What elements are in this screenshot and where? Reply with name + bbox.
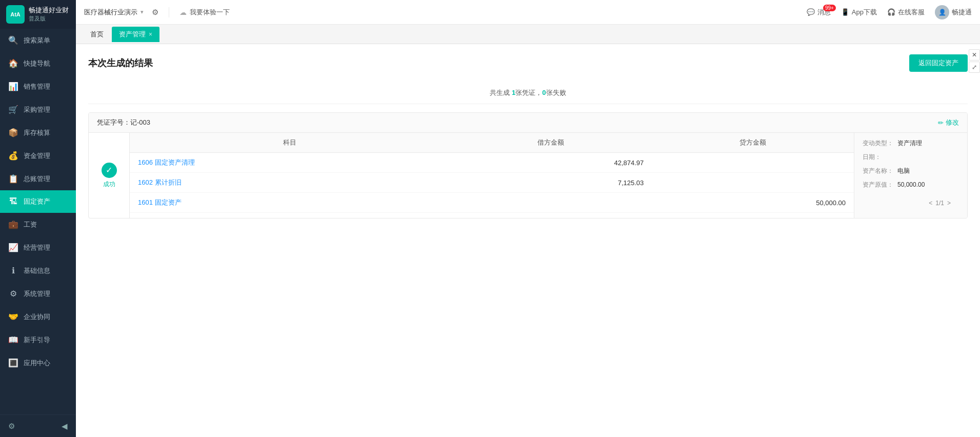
support-label: 在线客服 xyxy=(898,8,925,17)
sidebar-item-search[interactable]: 🔍 搜索菜单 xyxy=(0,29,76,52)
page-info: 1/1 xyxy=(935,200,944,207)
original-value-value: 50,000.00 xyxy=(897,181,925,188)
date-row: 日期： xyxy=(863,153,959,162)
sales-icon: 📊 xyxy=(8,82,18,91)
tab-asset-management[interactable]: 资产管理 × xyxy=(112,27,159,42)
sidebar-item-inventory[interactable]: 📦 库存核算 xyxy=(0,121,76,144)
topbar-divider xyxy=(169,7,169,17)
message-button[interactable]: 💬 消息 99+ xyxy=(807,8,831,17)
sidebar-item-ledger[interactable]: 📋 总账管理 xyxy=(0,167,76,190)
voucher-block: 凭证字号：记-003 ✏ 修改 ✓ 成功 xyxy=(88,112,968,218)
sidebar-label-enterprise: 企业协同 xyxy=(24,312,50,322)
user-name: 畅捷通 xyxy=(952,8,972,17)
tab-close-icon[interactable]: × xyxy=(149,31,152,38)
sidebar-item-payroll[interactable]: 💼 工资 xyxy=(0,213,76,236)
asset-name-value: 电脑 xyxy=(897,167,910,175)
summary-fail: 0 xyxy=(542,89,546,96)
support-button[interactable]: 🎧 在线客服 xyxy=(887,8,925,17)
table-row: 1602 累计折旧 7,125.03 xyxy=(130,173,854,193)
voucher-body: ✓ 成功 科目 借方金额 贷方金额 xyxy=(89,133,967,218)
sidebar-item-enterprise[interactable]: 🤝 企业协同 xyxy=(0,305,76,328)
subject-1601[interactable]: 1601 固定资产 xyxy=(130,193,450,213)
app-download-button[interactable]: 📱 App下载 xyxy=(841,8,877,17)
sidebar-label-payroll: 工资 xyxy=(24,220,37,229)
guide-icon: 📖 xyxy=(8,335,18,345)
pagination: < 1/1 > xyxy=(863,194,959,212)
sidebar-label-quick-nav: 快捷导航 xyxy=(24,59,50,68)
message-icon: 💬 xyxy=(807,8,815,16)
sidebar-item-fixed-assets[interactable]: 🏗 固定资产 xyxy=(0,190,76,213)
company-dropdown-arrow: ▾ xyxy=(141,9,144,15)
funds-icon: 💰 xyxy=(8,151,18,161)
sidebar-item-quick-nav[interactable]: 🏠 快捷导航 xyxy=(0,52,76,75)
next-page[interactable]: > xyxy=(947,200,951,207)
settings-icon[interactable]: ⚙ xyxy=(8,422,15,431)
sidebar-label-purchase: 采购管理 xyxy=(24,105,50,114)
col-credit: 贷方金额 xyxy=(652,133,854,153)
content-area: 首页 资产管理 × ✕ ⤢ 本次生成的结果 返回固定资产 共生成 1张凭证，0张… xyxy=(76,25,980,437)
tab-home[interactable]: 首页 xyxy=(84,27,110,42)
tab-bar: 首页 资产管理 × xyxy=(76,25,980,44)
debit-1601 xyxy=(450,193,652,213)
company-selector[interactable]: 医疗器械行业演示 ▾ xyxy=(84,8,144,17)
sidebar-label-app-center: 应用中心 xyxy=(24,359,50,368)
subject-1602[interactable]: 1602 累计折旧 xyxy=(130,173,450,193)
sidebar-item-system[interactable]: ⚙ 系统管理 xyxy=(0,282,76,305)
prev-page[interactable]: < xyxy=(929,200,932,207)
sidebar-item-operations[interactable]: 📈 经营管理 xyxy=(0,236,76,259)
expand-panel-button[interactable]: ⤢ xyxy=(969,62,980,73)
table-row: 1606 固定资产清理 42,874.97 xyxy=(130,153,854,173)
asset-name-row: 资产名称： 电脑 xyxy=(863,167,959,175)
page-header: 本次生成的结果 返回固定资产 xyxy=(88,54,968,72)
settings-icon[interactable]: ⚙ xyxy=(152,8,158,17)
logo-text-block: 畅捷通好业财 普及版 xyxy=(29,6,69,23)
voucher-table: 科目 借方金额 贷方金额 1606 固定资产清理 42,874.97 xyxy=(130,133,854,218)
phone-icon: 📱 xyxy=(841,8,849,16)
cloud-icon: ☁ xyxy=(179,8,187,16)
voucher-number: 凭证字号：记-003 xyxy=(97,118,150,127)
table-row: 1601 固定资产 50,000.00 xyxy=(130,193,854,213)
system-icon: ⚙ xyxy=(8,289,18,299)
page-title: 本次生成的结果 xyxy=(88,57,153,69)
user-menu[interactable]: 👤 畅捷通 xyxy=(935,5,972,19)
app-name: 畅捷通好业财 xyxy=(29,6,69,15)
asset-name-label: 资产名称： xyxy=(863,167,893,175)
change-type-label: 变动类型： xyxy=(863,139,893,148)
voucher-edit-button[interactable]: ✏ 修改 xyxy=(938,118,959,127)
app-edition: 普及版 xyxy=(29,15,69,23)
sidebar-item-guide[interactable]: 📖 新手引导 xyxy=(0,328,76,351)
app-download-label: App下载 xyxy=(852,8,877,17)
voucher-header: 凭证字号：记-003 ✏ 修改 xyxy=(89,113,967,133)
summary-count: 1 xyxy=(512,89,515,96)
sidebar-item-app-center[interactable]: 🔳 应用中心 xyxy=(0,351,76,374)
subject-1606[interactable]: 1606 固定资产清理 xyxy=(130,153,450,173)
sidebar-label-ledger: 总账管理 xyxy=(24,174,50,184)
original-value-label: 资产原值： xyxy=(863,181,893,189)
sidebar-item-purchase[interactable]: 🛒 采购管理 xyxy=(0,98,76,121)
home-icon: 🏠 xyxy=(8,58,18,68)
sidebar-label-sales: 销售管理 xyxy=(24,82,50,91)
sidebar-label-fixed-assets: 固定资产 xyxy=(24,197,50,206)
return-button[interactable]: 返回固定资产 xyxy=(909,54,968,72)
sidebar-item-sales[interactable]: 📊 销售管理 xyxy=(0,75,76,98)
logo-icon: AtA xyxy=(6,5,25,24)
collapse-icon[interactable]: ◀ xyxy=(62,422,68,431)
sidebar-item-funds[interactable]: 💰 资金管理 xyxy=(0,144,76,167)
col-subject: 科目 xyxy=(130,133,450,153)
sidebar-item-basic-info[interactable]: ℹ 基础信息 xyxy=(0,259,76,282)
success-indicator: ✓ 成功 xyxy=(89,133,130,218)
page-content: ✕ ⤢ 本次生成的结果 返回固定资产 共生成 1张凭证，0张失败 凭证字号：记-… xyxy=(76,44,980,437)
company-name: 医疗器械行业演示 xyxy=(84,8,137,17)
debit-1602: 7,125.03 xyxy=(450,173,652,193)
credit-1602 xyxy=(652,173,854,193)
sidebar-footer: ⚙ ◀ xyxy=(0,414,76,437)
success-icon: ✓ xyxy=(102,163,117,178)
sidebar-nav: 🔍 搜索菜单 🏠 快捷导航 📊 销售管理 🛒 采购管理 📦 库存核算 💰 资金管… xyxy=(0,29,76,414)
fixed-assets-icon: 🏗 xyxy=(8,197,18,206)
sidebar-label-inventory: 库存核算 xyxy=(24,128,50,137)
experience-button[interactable]: ☁ 我要体验一下 xyxy=(179,8,230,17)
close-panel-button[interactable]: ✕ xyxy=(969,49,980,61)
success-label: 成功 xyxy=(103,180,115,189)
sidebar-logo: AtA 畅捷通好业财 普及版 xyxy=(0,0,76,29)
basic-info-icon: ℹ xyxy=(8,266,18,275)
